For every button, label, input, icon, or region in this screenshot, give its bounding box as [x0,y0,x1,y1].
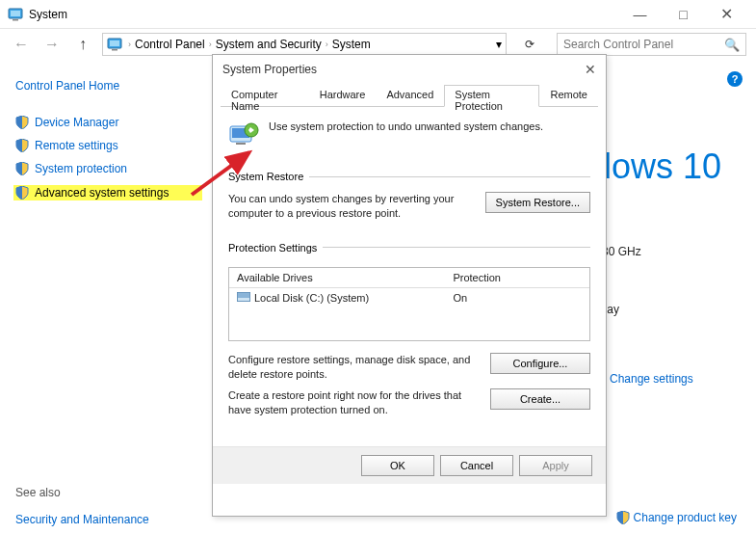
table-row[interactable]: Local Disk (C:) (System) On [229,288,589,340]
tab-hardware[interactable]: Hardware [309,85,377,107]
dialog-title: System Properties [222,63,317,76]
drives-table[interactable]: Available Drives Protection Local Disk (… [228,267,590,341]
apply-button[interactable]: Apply [519,455,592,476]
sidebar-item-device-manager[interactable]: Device Manager [15,116,202,129]
sidebar-item-label: Remote settings [35,139,118,152]
svg-rect-4 [110,40,119,46]
back-button[interactable]: ← [10,33,33,56]
sidebar-item-security-maintenance[interactable]: Security and Maintenance [15,513,202,526]
dialog-intro-text: Use system protection to undo unwanted s… [269,120,543,132]
sidebar: Control Panel Home Device Manager Remote… [0,60,202,534]
dialog-titlebar: System Properties ✕ [213,55,606,84]
breadcrumb-bar[interactable]: › Control Panel › System and Security › … [102,33,507,56]
sidebar-item-system-protection[interactable]: System protection [15,162,202,175]
windows10-logo-text: dows 10 [592,147,737,187]
up-button[interactable]: ↑ [71,33,94,56]
protection-settings-group: Protection Settings Available Drives Pro… [228,242,590,425]
configure-text: Configure restore settings, manage disk … [228,353,481,382]
maximize-button[interactable]: □ [662,1,705,28]
window-title: System [29,8,618,21]
svg-rect-11 [238,298,249,301]
minimize-button[interactable]: — [618,1,662,28]
breadcrumb-item[interactable]: System and Security [216,38,322,51]
svg-rect-8 [236,143,246,145]
shield-icon [15,186,29,200]
svg-rect-5 [112,49,117,51]
shield-icon [15,116,29,129]
forward-button[interactable]: → [40,33,64,56]
drive-icon [237,292,250,302]
search-box[interactable]: 🔍 [557,33,746,56]
shield-icon [15,139,29,152]
system-properties-dialog: System Properties ✕ Computer Name Hardwa… [212,54,607,517]
create-button[interactable]: Create... [490,388,590,410]
dialog-button-bar: OK Cancel Apply [213,446,606,484]
refresh-button[interactable]: ⟳ [518,33,541,56]
control-panel-home-link[interactable]: Control Panel Home [15,79,202,93]
breadcrumb-item[interactable]: Control Panel [135,38,205,51]
search-icon: 🔍 [724,38,740,52]
system-restore-button[interactable]: System Restore... [485,192,590,213]
tab-remote[interactable]: Remote [539,85,598,107]
change-product-key-link[interactable]: Change product key [616,511,737,524]
sidebar-item-label: Device Manager [35,116,118,129]
col-protection: Protection [445,268,589,287]
tab-system-protection[interactable]: System Protection [444,85,539,107]
breadcrumb-item[interactable]: System [332,38,371,51]
configure-button[interactable]: Configure... [490,353,590,374]
see-also-heading: See also [15,486,202,499]
sidebar-item-remote-settings[interactable]: Remote settings [15,139,202,152]
processor-speed: 3.30 GHz [592,245,737,258]
sidebar-item-advanced-system-settings[interactable]: Advanced system settings [13,185,202,200]
tab-advanced[interactable]: Advanced [376,85,444,107]
dialog-close-button[interactable]: ✕ [585,62,596,77]
sidebar-item-label: Advanced system settings [35,186,169,200]
shield-icon [15,162,29,175]
spec-fragment: splay [592,303,737,316]
protection-settings-legend: Protection Settings [228,242,323,254]
change-settings-link[interactable]: Change settings [592,372,737,386]
sidebar-item-label: System protection [35,162,127,175]
spec-fragment: or [592,285,737,299]
close-button[interactable]: ✕ [705,1,748,28]
svg-rect-1 [11,11,20,16]
cancel-button[interactable]: Cancel [440,455,513,476]
dialog-tabs: Computer Name Hardware Advanced System P… [221,84,598,107]
system-icon [8,7,23,22]
system-restore-text: You can undo system changes by reverting… [228,192,476,221]
drive-name: Local Disk (C:) (System) [254,292,369,304]
system-protection-icon [228,120,259,151]
help-icon[interactable]: ? [727,71,743,87]
ok-button[interactable]: OK [361,455,434,476]
system-icon [107,37,122,52]
col-available-drives: Available Drives [229,268,445,287]
drive-status: On [445,288,589,340]
chevron-down-icon[interactable]: ▾ [496,38,502,51]
shield-icon [616,511,630,524]
create-text: Create a restore point right now for the… [228,388,481,417]
search-input[interactable] [563,38,724,51]
system-restore-legend: System Restore [228,171,309,182]
svg-rect-2 [13,19,18,21]
window-titlebar: System — □ ✕ [0,0,756,29]
tab-computer-name[interactable]: Computer Name [221,85,309,107]
breadcrumb: › Control Panel › System and Security › … [126,38,371,51]
system-restore-group: System Restore You can undo system chang… [228,171,590,228]
